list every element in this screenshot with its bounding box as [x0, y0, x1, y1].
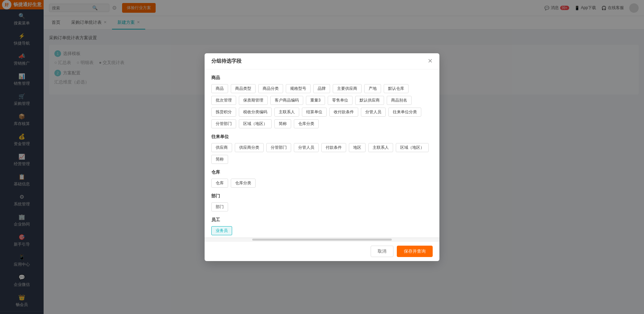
- field-tag-warehouse_category[interactable]: 仓库分类: [294, 119, 319, 128]
- field-tags-dept: 部门: [211, 202, 433, 211]
- confirm-button[interactable]: 保存并查询: [397, 246, 433, 257]
- field-tag-batch_mgmt[interactable]: 批次管理: [211, 96, 236, 105]
- section-title-dept: 部门: [211, 193, 433, 199]
- field-tag-region_detail[interactable]: 区域（地区）: [396, 143, 429, 152]
- modal-hscroll[interactable]: [205, 238, 439, 241]
- modal-overlay: 分组待选字段 ✕ 商品商品商品类型商品分类规格型号品牌主要供应商产地默认仓库批次…: [0, 0, 644, 314]
- field-tag-main_supplier[interactable]: 主要供应商: [333, 84, 362, 93]
- field-tag-dept[interactable]: 部门: [211, 202, 228, 211]
- modal-title: 分组待选字段: [211, 58, 241, 64]
- field-tag-product_category[interactable]: 商品分类: [258, 84, 283, 93]
- field-tag-settlement_unit[interactable]: 结算单位: [302, 108, 327, 117]
- field-tag-manager[interactable]: 分管人员: [361, 108, 386, 117]
- field-tag-dept_managed[interactable]: 分管部门: [211, 119, 236, 128]
- field-tag-main_contact[interactable]: 主联系人: [274, 108, 299, 117]
- field-tag-from_unit_category[interactable]: 往来单位分类: [388, 108, 421, 117]
- field-section-staff: 员工业务员: [211, 217, 433, 235]
- field-tag-customer_code[interactable]: 客户商品编码: [270, 96, 303, 105]
- field-tag-abbr[interactable]: 简称: [274, 119, 291, 128]
- field-tags-staff: 业务员: [211, 226, 433, 235]
- field-tag-default_supplier[interactable]: 默认供应商: [355, 96, 384, 105]
- section-title-staff: 员工: [211, 217, 433, 223]
- field-section-dept: 部门部门: [211, 193, 433, 211]
- section-title-product: 商品: [211, 75, 433, 81]
- field-tag-warehouse_cat[interactable]: 仓库分类: [231, 179, 256, 188]
- field-tags-product: 商品商品类型商品分类规格型号品牌主要供应商产地默认仓库批次管理保质期管理客户商品…: [211, 84, 433, 128]
- field-tag-spec_type[interactable]: 规格型号: [286, 84, 311, 93]
- cancel-button[interactable]: 取消: [371, 246, 393, 257]
- field-tag-brand[interactable]: 品牌: [313, 84, 330, 93]
- field-section-product: 商品商品商品类型商品分类规格型号品牌主要供应商产地默认仓库批次管理保质期管理客户…: [211, 75, 433, 128]
- field-tag-retail_unit[interactable]: 零售单位: [328, 96, 353, 105]
- field-tag-salesperson[interactable]: 业务员: [211, 226, 232, 235]
- modal-body[interactable]: 商品商品商品类型商品分类规格型号品牌主要供应商产地默认仓库批次管理保质期管理客户…: [205, 69, 439, 238]
- field-tag-default_warehouse[interactable]: 默认仓库: [384, 84, 409, 93]
- field-tag-dept2[interactable]: 分管部门: [266, 143, 291, 152]
- field-tag-product_type[interactable]: 商品类型: [231, 84, 256, 93]
- field-tag-origin[interactable]: 产地: [364, 84, 381, 93]
- field-tag-expiry_mgmt[interactable]: 保质期管理: [239, 96, 268, 105]
- section-title-warehouse: 仓库: [211, 169, 433, 175]
- field-tags-partner: 供应商供应商分类分管部门分管人员付款条件地区主联系人区域（地区）简称: [211, 143, 433, 164]
- field-tag-payment_terms[interactable]: 收付款条件: [329, 108, 358, 117]
- field-tag-supplier_category[interactable]: 供应商分类: [235, 143, 264, 152]
- field-tag-warehouse[interactable]: 仓库: [211, 179, 228, 188]
- modal-header: 分组待选字段 ✕: [205, 53, 439, 69]
- field-tag-payment_cond2[interactable]: 付款条件: [321, 143, 346, 152]
- field-select-modal: 分组待选字段 ✕ 商品商品商品类型商品分类规格型号品牌主要供应商产地默认仓库批次…: [205, 53, 439, 261]
- field-tags-warehouse: 仓库仓库分类: [211, 179, 433, 188]
- field-tag-abbr2[interactable]: 简称: [211, 155, 228, 164]
- modal-close-btn[interactable]: ✕: [428, 58, 433, 64]
- field-tag-region2[interactable]: 地区: [349, 143, 366, 152]
- field-tag-pick_score[interactable]: 拣货积分: [211, 108, 236, 117]
- section-title-partner: 往来单位: [211, 134, 433, 140]
- field-tag-supplier[interactable]: 供应商: [211, 143, 232, 152]
- field-tag-product_alias[interactable]: 商品别名: [387, 96, 412, 105]
- field-section-partner: 往来单位供应商供应商分类分管部门分管人员付款条件地区主联系人区域（地区）简称: [211, 134, 433, 164]
- modal-footer: 取消 保存并查询: [205, 241, 439, 261]
- field-tag-dept_person2[interactable]: 分管人员: [294, 143, 319, 152]
- field-tag-tax_code[interactable]: 税收分类编码: [239, 108, 272, 117]
- field-tag-region[interactable]: 区域（地区）: [239, 119, 272, 128]
- field-tag-product[interactable]: 商品: [211, 84, 228, 93]
- field-tag-main_contact2[interactable]: 主联系人: [368, 143, 393, 152]
- field-tag-weight3[interactable]: 重量3: [306, 96, 325, 105]
- field-section-warehouse: 仓库仓库仓库分类: [211, 169, 433, 188]
